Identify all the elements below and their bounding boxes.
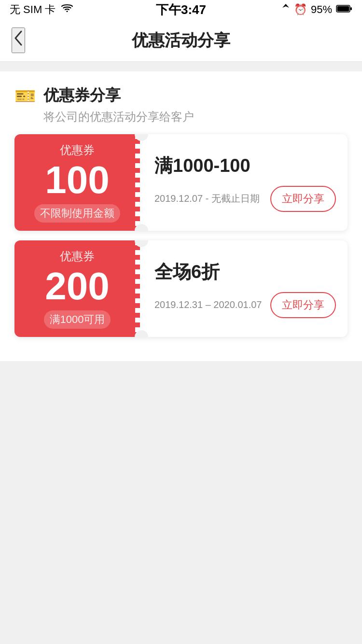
coupon-card-1: 优惠券 100 不限制使用金额 满1000-100 2019.12.07 - 无… (14, 134, 348, 231)
coupon-card-2: 优惠券 200 满1000可用 全场6折 2019.12.31 – 2020.0… (14, 240, 348, 337)
coupon-name-1: 满1000-100 (154, 154, 336, 178)
coupon-type-2: 优惠券 (60, 249, 95, 264)
coupon-right-1: 满1000-100 2019.12.07 - 无截止日期 立即分享 (140, 134, 348, 231)
carrier-label: 无 SIM 卡 (10, 2, 56, 17)
coupon-date-2: 2019.12.31 – 2020.01.07 (154, 299, 265, 310)
alarm-icon: ⏰ (294, 3, 307, 16)
section-header: 🎫 优惠券分享 将公司的优惠活动分享给客户 (0, 71, 362, 134)
coupon-meta-row-1: 2019.12.07 - 无截止日期 立即分享 (154, 186, 336, 212)
back-button[interactable] (12, 28, 25, 53)
battery-icon (336, 3, 352, 16)
coupon-left-1: 优惠券 100 不限制使用金额 (14, 134, 140, 231)
share-button-1[interactable]: 立即分享 (270, 186, 336, 212)
section-title: 优惠券分享 (43, 85, 194, 106)
coupon-amount-1: 100 (45, 161, 109, 199)
nav-bar: 优惠活动分享 (0, 19, 362, 62)
coupon-name-2: 全场6折 (154, 260, 336, 284)
location-icon (281, 3, 290, 16)
coupon-left-2: 优惠券 200 满1000可用 (14, 240, 140, 337)
page-title: 优惠活动分享 (132, 29, 230, 52)
svg-rect-1 (337, 6, 349, 12)
share-button-2[interactable]: 立即分享 (270, 292, 336, 318)
status-right: ⏰ 95% (281, 3, 352, 16)
section-gap-top (0, 62, 362, 71)
coupon-condition-2: 满1000可用 (44, 310, 111, 329)
coupon-date-1: 2019.12.07 - 无截止日期 (154, 192, 265, 205)
status-bar: 无 SIM 卡 下午3:47 ⏰ 95% (0, 0, 362, 19)
coupon-condition-1: 不限制使用金额 (34, 204, 120, 223)
section-subtitle: 将公司的优惠活动分享给客户 (43, 109, 194, 125)
coupon-list: 优惠券 100 不限制使用金额 满1000-100 2019.12.07 - 无… (0, 134, 362, 361)
svg-rect-2 (350, 7, 352, 10)
coupon-meta-row-2: 2019.12.31 – 2020.01.07 立即分享 (154, 292, 336, 318)
section-icon: 🎫 (14, 86, 36, 107)
status-left: 无 SIM 卡 (10, 2, 74, 17)
coupon-amount-2: 200 (45, 267, 109, 306)
bottom-empty-area (0, 361, 362, 644)
wifi-icon (60, 3, 74, 16)
status-time: 下午3:47 (156, 1, 206, 18)
coupon-type-1: 优惠券 (60, 142, 95, 158)
section-text: 优惠券分享 将公司的优惠活动分享给客户 (43, 85, 194, 125)
coupon-right-2: 全场6折 2019.12.31 – 2020.01.07 立即分享 (140, 240, 348, 337)
battery-percent: 95% (311, 3, 332, 16)
